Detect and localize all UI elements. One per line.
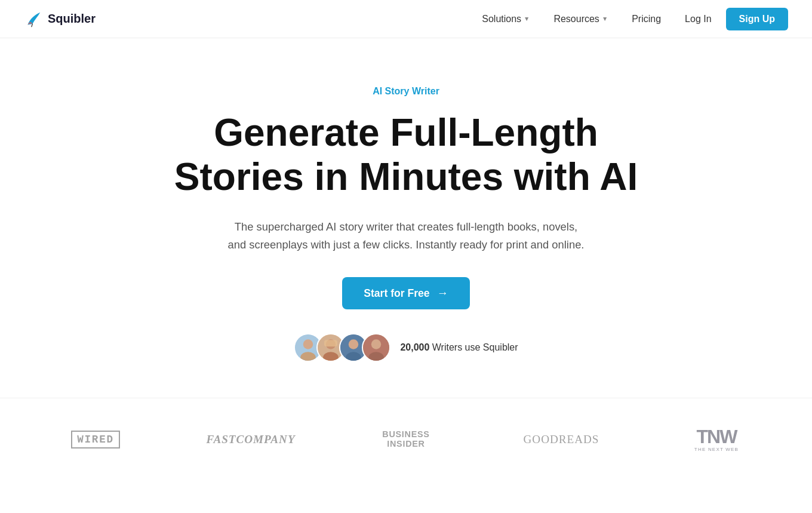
avatar [362, 333, 390, 362]
hero-tag: AI Story Writer [373, 86, 439, 97]
svg-point-11 [371, 339, 382, 349]
logo-fastcompany: FastCompany [179, 433, 322, 446]
hero-cta-button[interactable]: Start for Free → [342, 277, 470, 309]
social-proof: 20,000 Writers use Squibler [294, 333, 518, 362]
nav-resources[interactable]: Resources ▼ [544, 9, 617, 29]
nav-pricing[interactable]: Pricing [622, 9, 670, 29]
navbar: Squibler Solutions ▼ Resources ▼ Pricing… [0, 0, 812, 38]
logo-tnw: TNW THE NEXT WEB [645, 427, 788, 452]
nav-login-button[interactable]: Log In [675, 9, 721, 29]
chevron-down-icon: ▼ [602, 16, 608, 22]
social-proof-text: 20,000 Writers use Squibler [400, 342, 518, 353]
svg-point-8 [349, 339, 359, 349]
logo-link[interactable]: Squibler [24, 10, 96, 29]
nav-solutions[interactable]: Solutions ▼ [472, 9, 539, 29]
svg-rect-6 [324, 340, 337, 346]
chevron-down-icon: ▼ [524, 16, 530, 22]
nav-signup-button[interactable]: Sign Up [726, 8, 788, 30]
nav-links: Solutions ▼ Resources ▼ Pricing Log In S… [472, 8, 788, 30]
logo-text: Squibler [48, 12, 96, 26]
logo-goodreads: goodreads [490, 433, 633, 446]
logo-icon [24, 10, 43, 29]
hero-subtitle: The supercharged AI story writer that cr… [227, 218, 585, 253]
hero-title: Generate Full-Length Stories in Minutes … [174, 111, 638, 199]
hero-section: AI Story Writer Generate Full-Length Sto… [0, 38, 812, 398]
svg-point-1 [303, 339, 313, 349]
logo-wired: WIRED [24, 431, 167, 449]
arrow-icon: → [437, 287, 448, 300]
logo-business-insider: BUSINESSINSIDER [334, 430, 478, 449]
avatar-stack [294, 333, 390, 362]
logos-section: WIRED FastCompany BUSINESSINSIDER goodre… [0, 398, 812, 481]
